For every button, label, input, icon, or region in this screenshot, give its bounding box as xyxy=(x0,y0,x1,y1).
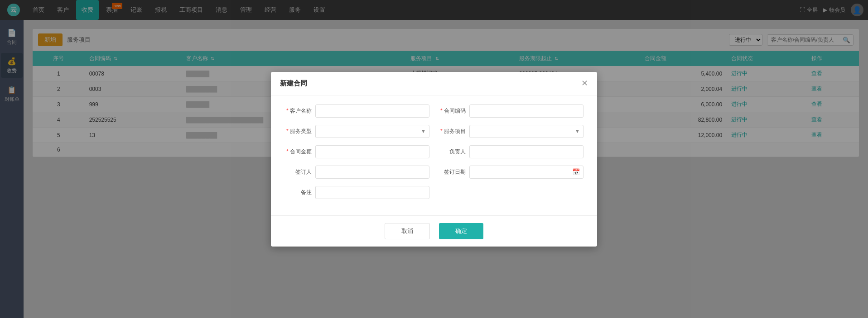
service-item-label: 服务项目 xyxy=(439,128,466,135)
form-group-contract-no: 合同编码 xyxy=(439,104,583,118)
contract-no-input[interactable] xyxy=(469,104,583,118)
cancel-button[interactable]: 取消 xyxy=(385,223,430,239)
form-group-note: 备注 xyxy=(285,186,429,199)
responsible-label: 负责人 xyxy=(439,148,466,156)
responsible-input[interactable] xyxy=(469,145,583,158)
sign-date-input[interactable]: 2023-06-06 xyxy=(469,166,583,179)
form-group-signer: 签订人 xyxy=(285,166,429,179)
form-group-sign-date: 签订日期 2023-06-06 📅 xyxy=(439,166,583,179)
form-group-customer: 客户名称 xyxy=(285,104,429,118)
customer-input[interactable] xyxy=(315,104,429,118)
form-row-2: 服务类型 ▼ 服务项目 ▼ xyxy=(285,125,583,138)
form-row-4: 签订人 签订日期 2023-06-06 📅 xyxy=(285,166,583,179)
customer-label: 客户名称 xyxy=(285,107,312,115)
modal-header: 新建合同 ✕ xyxy=(271,72,597,95)
service-type-wrapper: ▼ xyxy=(315,125,429,138)
service-item-wrapper: ▼ xyxy=(469,125,583,138)
form-row-5: 备注 xyxy=(285,186,583,199)
amount-input[interactable]: 0.00 xyxy=(315,145,429,158)
form-group-responsible: 负责人 xyxy=(439,145,583,158)
calendar-icon: 📅 xyxy=(572,168,580,176)
contract-no-label: 合同编码 xyxy=(439,107,466,115)
date-wrapper: 2023-06-06 📅 xyxy=(469,166,583,179)
service-item-select[interactable] xyxy=(469,125,583,138)
modal-title: 新建合同 xyxy=(280,79,307,88)
service-type-label: 服务类型 xyxy=(285,128,312,135)
modal-overlay: 新建合同 ✕ 客户名称 合同编码 服务类型 xyxy=(0,0,868,318)
modal-footer: 取消 确定 xyxy=(271,215,597,247)
signer-label: 签订人 xyxy=(285,168,312,176)
sign-date-label: 签订日期 xyxy=(439,168,466,176)
form-row-3: 合同金额 0.00 负责人 xyxy=(285,145,583,158)
modal-close-button[interactable]: ✕ xyxy=(581,79,588,87)
note-label: 备注 xyxy=(285,189,312,196)
modal-body: 客户名称 合同编码 服务类型 ▼ 服务项目 xyxy=(271,95,597,215)
amount-label: 合同金额 xyxy=(285,148,312,156)
form-row-1: 客户名称 合同编码 xyxy=(285,104,583,118)
service-type-select[interactable] xyxy=(315,125,429,138)
form-group-service-type: 服务类型 ▼ xyxy=(285,125,429,138)
signer-input[interactable] xyxy=(315,166,429,179)
note-input[interactable] xyxy=(315,186,429,199)
confirm-button[interactable]: 确定 xyxy=(439,223,483,239)
new-contract-modal: 新建合同 ✕ 客户名称 合同编码 服务类型 xyxy=(271,72,597,247)
form-group-service-item: 服务项目 ▼ xyxy=(439,125,583,138)
form-group-amount: 合同金额 0.00 xyxy=(285,145,429,158)
